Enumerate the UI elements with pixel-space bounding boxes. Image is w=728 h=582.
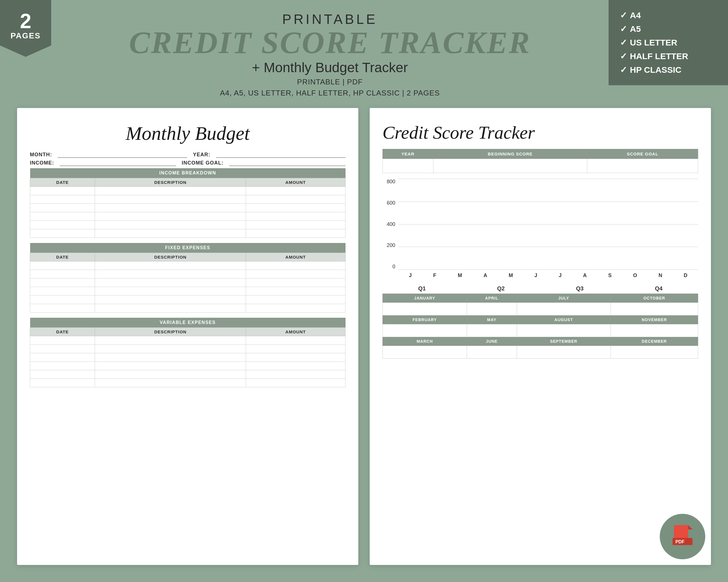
score-header-beginning: BEGINNING SCORE [433,149,587,159]
quarterly-data-row-3 [383,346,698,359]
income-col-date: DATE [30,178,95,187]
quarterly-header: Q1 Q2 Q3 Q4 [383,285,698,292]
svg-marker-2 [688,525,693,529]
year-line [216,152,346,158]
fixed-section-label: FIXED EXPENSES [30,243,345,253]
income-line [60,160,176,166]
fixed-col-amount: AMOUNT [246,253,345,261]
income-data-row-2 [30,195,345,204]
month-nov: NOVEMBER [610,315,698,324]
x-label-f: F [433,273,436,278]
x-label-o: O [633,273,637,278]
y-label-0: 0 [383,264,398,270]
monthly-budget-page: Monthly Budget MONTH: YEAR: INCOME: INCO… [17,108,358,565]
fixed-col-headers: DATE DESCRIPTION AMOUNT [30,253,345,261]
x-label-j1: J [409,273,412,278]
score-goal-value [587,159,698,173]
income-section-header: INCOME BREAKDOWN [30,168,345,178]
q1-label: Q1 [383,285,462,292]
check-icon-2: ✓ [620,22,627,36]
q3-label: Q3 [540,285,619,292]
pages-banner: 2 PAGES [0,0,51,57]
x-label-j3: J [559,273,562,278]
grid-line-600 [398,201,698,202]
x-label-m2: M [509,273,513,278]
info-box: ✓ A4 ✓ A5 ✓ US LETTER ✓ HALF LETTER ✓ HP… [608,0,728,85]
variable-data-row-2 [30,345,345,353]
month-apr: APRIL [467,294,517,303]
income-row: INCOME: INCOME GOAL: [30,160,345,166]
quarterly-header-row: JANUARY APRIL JULY OCTOBER [383,294,698,303]
x-label-s: S [608,273,612,278]
info-item-hp-classic: ✓ HP CLASSIC [620,63,717,77]
variable-col-amount: AMOUNT [246,328,345,336]
quarterly-data-row-1 [383,303,698,315]
month-label: MONTH: [30,152,52,158]
pdf-badge: PDF [660,514,705,559]
x-label-a1: A [484,273,487,278]
info-item-a4: ✓ A4 [620,8,717,22]
income-data-row-1 [30,187,345,195]
month-dec: DECEMBER [610,337,698,346]
subtitle: + Monthly Budget Tracker [57,60,603,75]
month-year-row: MONTH: YEAR: [30,152,345,158]
printable-label: PRINTABLE [57,11,603,27]
variable-data-row-3 [30,353,345,362]
pages-number: 2 [20,11,31,31]
q2-label: Q2 [462,285,541,292]
variable-data-row-1 [30,336,345,345]
income-section-label: INCOME BREAKDOWN [30,168,345,178]
check-icon-3: ✓ [620,36,627,50]
variable-data-row-4 [30,362,345,370]
month-feb: FEBRUARY [383,315,467,324]
pdf-file-icon: PDF [673,525,693,548]
fixed-data-row-5 [30,296,345,304]
y-label-600: 600 [383,200,398,206]
check-icon-4: ✓ [620,50,627,63]
month-aug: AUGUST [517,315,610,324]
fixed-data-row-6 [30,304,345,313]
y-label-800: 800 [383,179,398,185]
income-data-row-6 [30,229,345,238]
quarterly-section: Q1 Q2 Q3 Q4 JANUARY APRIL JULY OCTOBER F… [383,285,698,359]
quarterly-data-row-2 [383,324,698,337]
fixed-data-row-2 [30,270,345,278]
fixed-col-description: DESCRIPTION [95,253,246,261]
fixed-data-row-3 [30,278,345,287]
credit-score-page: Credit Score Tracker YEAR BEGINNING SCOR… [370,108,711,565]
fixed-data-row-1 [30,261,345,270]
variable-data-row-5 [30,370,345,379]
header: PRINTABLE CREDIT SCORE TRACKER + Monthly… [57,11,603,98]
y-label-200: 200 [383,242,398,248]
income-col-amount: AMOUNT [246,178,345,187]
monthly-budget-title: Monthly Budget [30,122,345,145]
income-data-row-4 [30,212,345,221]
details-line1: PRINTABLE | PDF [57,78,603,86]
month-jun: JUNE [467,337,517,346]
details-line2: A4, A5, US LETTER, HALF LETTER, HP CLASS… [57,89,603,98]
score-header-goal: SCORE GOAL [587,149,698,159]
year-label: YEAR: [193,152,210,158]
y-label-400: 400 [383,221,398,227]
score-header-table: YEAR BEGINNING SCORE SCORE GOAL [383,149,698,173]
month-may: MAY [467,315,517,324]
variable-col-description: DESCRIPTION [95,328,246,336]
variable-col-date: DATE [30,328,95,336]
variable-expenses-table: VARIABLE EXPENSES DATE DESCRIPTION AMOUN… [30,318,345,387]
x-label-a2: A [583,273,587,278]
fixed-section-header: FIXED EXPENSES [30,243,345,253]
income-col-headers: DATE DESCRIPTION AMOUNT [30,178,345,187]
income-breakdown-table: INCOME BREAKDOWN DATE DESCRIPTION AMOUNT [30,168,345,238]
score-beginning-value [433,159,587,173]
x-label-n: N [659,273,662,278]
variable-section-label: VARIABLE EXPENSES [30,318,345,328]
variable-col-headers: DATE DESCRIPTION AMOUNT [30,328,345,336]
check-icon-5: ✓ [620,63,627,77]
fixed-data-row-4 [30,287,345,296]
income-data-row-3 [30,204,345,212]
chart-y-labels: 800 600 400 200 0 [383,179,398,270]
pages-container: Monthly Budget MONTH: YEAR: INCOME: INCO… [17,108,711,565]
tracker-title: Credit Score Tracker [383,122,698,143]
quarterly-table: JANUARY APRIL JULY OCTOBER FEBRUARY MAY … [383,294,698,359]
chart-x-labels: J F M A M J J A S O N D [398,270,698,281]
